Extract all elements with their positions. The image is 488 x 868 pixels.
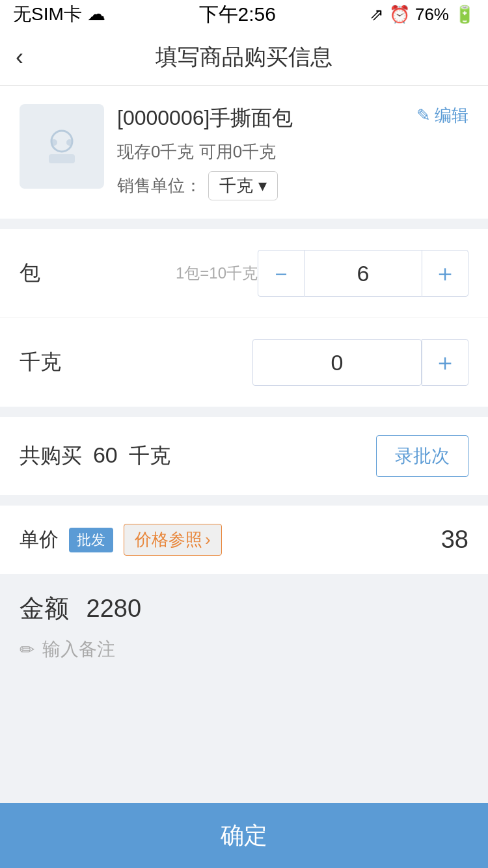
amount-row: 金额 2280	[20, 592, 468, 625]
bao-qty-control: － ＋	[258, 250, 468, 297]
total-row: 共购买 60 千克 录批次	[0, 417, 488, 495]
product-thumbnail	[20, 104, 104, 189]
price-tag: 批发	[69, 528, 113, 552]
product-stock: 现存0千克 可用0千克	[117, 141, 468, 163]
kg-row: 千克 ＋	[0, 318, 488, 407]
quantity-section: 包 1包=10千克 － ＋ 千克 ＋	[0, 229, 488, 407]
alarm-icon: ⏰	[389, 5, 410, 25]
nav-bar: ‹ 填写商品购买信息	[0, 29, 488, 86]
chevron-right-icon: ›	[205, 530, 211, 550]
svg-point-1	[51, 139, 57, 146]
kg-qty-control: ＋	[252, 339, 468, 386]
battery-status: 76%	[415, 5, 449, 25]
svg-point-2	[66, 139, 73, 146]
amount-section: 金额 2280 ✏ 输入备注	[0, 574, 488, 675]
batch-button[interactable]: 录批次	[376, 435, 468, 477]
battery-icon: 🔋	[454, 5, 475, 25]
product-name: [0000006]手撕面包	[117, 104, 468, 133]
kg-label: 千克	[20, 348, 252, 377]
product-card: [0000006]手撕面包 现存0千克 可用0千克 销售单位： 千克 ▾ ✎ 编…	[0, 86, 488, 219]
bao-plus-button[interactable]: ＋	[422, 250, 468, 297]
amount-value: 2280	[87, 595, 142, 622]
price-value: 38	[441, 526, 468, 554]
bao-label: 包	[20, 259, 168, 288]
pencil-icon: ✏	[20, 639, 34, 660]
status-left: 无SIM卡 ☁	[13, 2, 105, 27]
bao-row: 包 1包=10千克 － ＋	[0, 229, 488, 318]
price-row: 单价 批发 价格参照 › 38	[20, 524, 468, 556]
note-row[interactable]: ✏ 输入备注	[20, 637, 468, 662]
status-right: ⇗ ⏰ 76% 🔋	[370, 5, 475, 25]
product-info: [0000006]手撕面包 现存0千克 可用0千克 销售单位： 千克 ▾	[117, 104, 468, 200]
bao-hint: 1包=10千克	[176, 263, 258, 284]
product-unit: 销售单位： 千克 ▾	[117, 171, 468, 200]
back-button[interactable]: ‹	[16, 44, 23, 71]
unit-selector[interactable]: 千克 ▾	[208, 171, 278, 200]
price-label: 单价	[20, 526, 59, 553]
price-ref-button[interactable]: 价格参照 ›	[124, 524, 222, 556]
chevron-down-icon: ▾	[258, 176, 267, 196]
bao-minus-button[interactable]: －	[258, 250, 305, 297]
total-text: 共购买 60 千克	[20, 442, 170, 470]
edit-icon: ✎	[416, 105, 431, 126]
page-title: 填写商品购买信息	[156, 42, 332, 72]
note-placeholder[interactable]: 输入备注	[42, 637, 115, 662]
price-section: 单价 批发 价格参照 › 38	[0, 506, 488, 574]
status-bar: 无SIM卡 ☁ 下午2:56 ⇗ ⏰ 76% 🔋	[0, 0, 488, 29]
location-icon: ⇗	[370, 5, 384, 25]
kg-plus-button[interactable]: ＋	[422, 339, 468, 386]
edit-button[interactable]: ✎ 编辑	[416, 104, 468, 127]
svg-rect-3	[49, 154, 75, 163]
bao-input[interactable]	[305, 250, 422, 297]
status-time: 下午2:56	[199, 1, 276, 28]
kg-input[interactable]	[252, 339, 422, 386]
signal-status: 无SIM卡 ☁	[13, 2, 105, 27]
confirm-button[interactable]: 确定	[0, 803, 488, 868]
divider	[0, 495, 488, 506]
total-amount: 60	[93, 442, 118, 467]
